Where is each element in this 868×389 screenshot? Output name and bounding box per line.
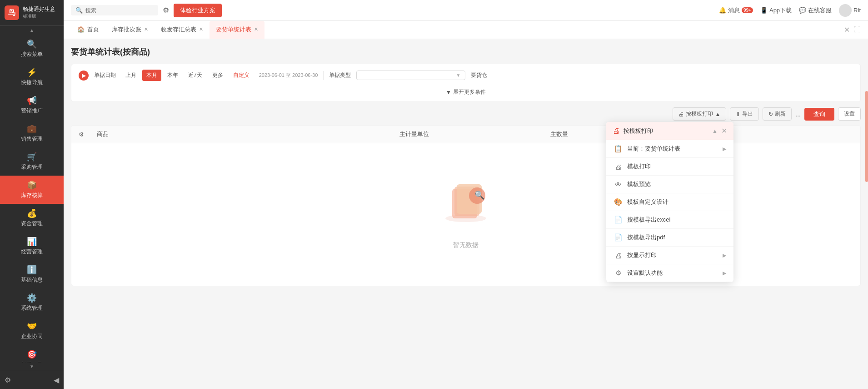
- topbar: 🔍 ⚙ 体验行业方案 🔔 消息 99+ 📱 App下载 💬 在线客服 R: [64, 0, 868, 21]
- sidebar-item-quick-nav[interactable]: ⚡ 快捷导航: [0, 63, 64, 91]
- search-input[interactable]: [85, 7, 154, 14]
- notifications-label: 消息: [728, 6, 740, 15]
- sidebar-item-search[interactable]: 🔍 搜索菜单: [0, 35, 64, 63]
- sidebar-item-inventory[interactable]: 📦 库存核算: [0, 176, 64, 204]
- printer-icon: 🖨: [613, 127, 620, 135]
- template-preview-label: 模板预览: [627, 180, 651, 188]
- dropdown-item-display-print[interactable]: 🖨 按显示打印 ▶: [606, 247, 733, 264]
- date-btn-prev-month[interactable]: 上月: [121, 70, 140, 81]
- sidebar-item-label: 营销推广: [21, 107, 43, 115]
- date-btn-7days[interactable]: 近7天: [184, 70, 206, 81]
- expand-more-btn[interactable]: ▼ 展开更多条件: [446, 88, 486, 96]
- search-box[interactable]: 🔍: [71, 5, 158, 15]
- dropdown-item-template-print[interactable]: 🖨 模板打印: [606, 158, 733, 176]
- type-select[interactable]: ▼: [356, 71, 465, 80]
- dropdown-title: 🖨 按模板打印: [613, 127, 653, 135]
- industry-btn[interactable]: 体验行业方案: [174, 4, 222, 17]
- close-window-btn[interactable]: ✕: [844, 25, 850, 34]
- sidebar-item-label: 资金管理: [21, 220, 43, 227]
- query-btn[interactable]: 查询: [804, 108, 834, 121]
- sidebar-item-sales[interactable]: 💼 销售管理: [0, 119, 64, 147]
- dropdown-item-export-excel[interactable]: 📄 按模板导出excel: [606, 211, 733, 229]
- date-btn-more[interactable]: 更多: [208, 70, 227, 81]
- username: Rit: [853, 7, 861, 14]
- export-btn[interactable]: ⬆ 导出: [730, 107, 759, 121]
- sidebar-item-purchase[interactable]: 🛒 采购管理: [0, 147, 64, 176]
- display-print-icon: 🖨: [614, 252, 623, 259]
- tab-order-stats[interactable]: 要货单统计表 ✕: [210, 21, 264, 39]
- tab-receive-summary[interactable]: 收发存汇总表 ✕: [155, 21, 210, 39]
- search-icon: 🔍: [75, 7, 83, 14]
- chevron-down-icon: ▼: [456, 73, 460, 78]
- settings-icon[interactable]: ⚙: [5, 376, 11, 384]
- dropdown-item-export-pdf[interactable]: 📄 按模板导出pdf: [606, 229, 733, 247]
- date-btn-this-year[interactable]: 本年: [163, 70, 182, 81]
- sidebar-footer: ⚙ ◀: [0, 371, 64, 389]
- tab-home[interactable]: 🏠 首页: [71, 21, 105, 39]
- logo-badge: 标准版: [23, 13, 55, 20]
- online-service-btn[interactable]: 💬 在线客服: [799, 6, 832, 15]
- sidebar-item-finance[interactable]: 💰 资金管理: [0, 204, 64, 232]
- svg-text:🔍: 🔍: [474, 190, 485, 200]
- inventory-icon: 📦: [27, 180, 37, 190]
- dropdown-item-template-design[interactable]: 🎨 模板自定义设计: [606, 193, 733, 211]
- dropdown-close-btn[interactable]: ✕: [721, 126, 727, 135]
- current-label: 当前：要货单统计表: [627, 145, 680, 153]
- sidebar-scroll-down[interactable]: ▼: [0, 362, 64, 371]
- dropdown-item-template-preview[interactable]: 👁 模板预览: [606, 176, 733, 193]
- notifications-btn[interactable]: 🔔 消息 99+: [719, 6, 753, 15]
- default-func-arrow: ▶: [723, 270, 726, 276]
- expand-icon: ▼: [446, 89, 451, 96]
- sidebar-item-label: 库存核算: [21, 192, 43, 199]
- filter-separator: [323, 71, 324, 80]
- date-btn-this-month[interactable]: 本月: [142, 70, 161, 81]
- date-btn-custom[interactable]: 自定义: [229, 70, 254, 81]
- sidebar-item-basic-info[interactable]: ℹ️ 基础信息: [0, 260, 64, 288]
- app-download-btn[interactable]: 📱 App下载: [760, 6, 792, 15]
- template-print-label: 模板打印: [627, 162, 651, 171]
- filter-bar: ▶ 单据日期 上月 本月 本年 近7天 更多 自定义 2023-06-01 至 …: [71, 64, 861, 102]
- expand-row: ▼ 展开更多条件: [79, 85, 853, 96]
- page-content: 要货单统计表(按商品) ▶ 单据日期 上月 本月 本年 近7天 更多 自定义 2…: [64, 39, 868, 389]
- toolbar-right: 🖨 按模板打印 ▲ ✕ 📋 当前：要货单统计表 ▶: [673, 107, 861, 121]
- sidebar-item-system[interactable]: ⚙️ 系统管理: [0, 288, 64, 317]
- chevron-up-icon[interactable]: ▲: [712, 128, 718, 134]
- more-btn[interactable]: ...: [795, 111, 801, 118]
- tab-home-label: 首页: [87, 25, 99, 34]
- notification-badge: 99+: [742, 7, 753, 13]
- sidebar-item-collab[interactable]: 🤝 企业协同: [0, 317, 64, 345]
- purchase-icon: 🛒: [27, 152, 37, 162]
- date-buttons: 上月 本月 本年 近7天 更多 自定义: [121, 70, 254, 81]
- dropdown-item-current[interactable]: 📋 当前：要货单统计表 ▶: [606, 140, 733, 158]
- chevron-right-icon: ▶: [723, 146, 726, 152]
- table-header: ⚙ 商品 主计量单位 主数量 零售金额: [71, 126, 860, 143]
- settings-btn[interactable]: 设置: [838, 107, 861, 121]
- sidebar-item-guide[interactable]: 🎯 新手引导: [0, 345, 64, 362]
- col-unit-header: 主计量单位: [399, 130, 551, 138]
- dropdown-item-default-func[interactable]: ⚙ 设置默认功能 ▶: [606, 264, 733, 282]
- tab-inventory-batch-close[interactable]: ✕: [144, 26, 148, 32]
- tab-inventory-batch[interactable]: 库存批次账 ✕: [105, 21, 155, 39]
- display-print-arrow: ▶: [723, 253, 726, 258]
- goods-label: 要货仓: [471, 71, 487, 79]
- basic-info-icon: ℹ️: [27, 265, 37, 275]
- window-controls: ✕ ⛶: [844, 25, 861, 34]
- filter-toggle-btn[interactable]: ▶: [79, 71, 89, 81]
- user-menu[interactable]: Rit: [839, 4, 861, 17]
- sidebar-item-marketing[interactable]: 📢 营销推广: [0, 91, 64, 119]
- maximize-window-btn[interactable]: ⛶: [853, 25, 861, 34]
- refresh-btn[interactable]: ↻ 刷新: [763, 107, 792, 121]
- scrollbar[interactable]: [865, 91, 868, 182]
- page-title: 要货单统计表(按商品): [71, 46, 861, 57]
- col-settings[interactable]: ⚙: [79, 131, 97, 138]
- print-template-btn[interactable]: 🖨 按模板打印 ▲: [673, 107, 726, 121]
- display-print-label: 按显示打印: [627, 251, 657, 259]
- template-design-label: 模板自定义设计: [627, 198, 668, 206]
- gear-icon[interactable]: ⚙: [163, 6, 169, 15]
- filter-row: ▶ 单据日期 上月 本月 本年 近7天 更多 自定义 2023-06-01 至 …: [79, 70, 853, 81]
- tab-receive-summary-close[interactable]: ✕: [199, 26, 203, 32]
- sidebar-item-operations[interactable]: 📊 经营管理: [0, 232, 64, 260]
- tab-order-stats-close[interactable]: ✕: [254, 26, 258, 32]
- collapse-icon[interactable]: ◀: [54, 376, 59, 384]
- sidebar-scroll-up[interactable]: ▲: [0, 26, 64, 35]
